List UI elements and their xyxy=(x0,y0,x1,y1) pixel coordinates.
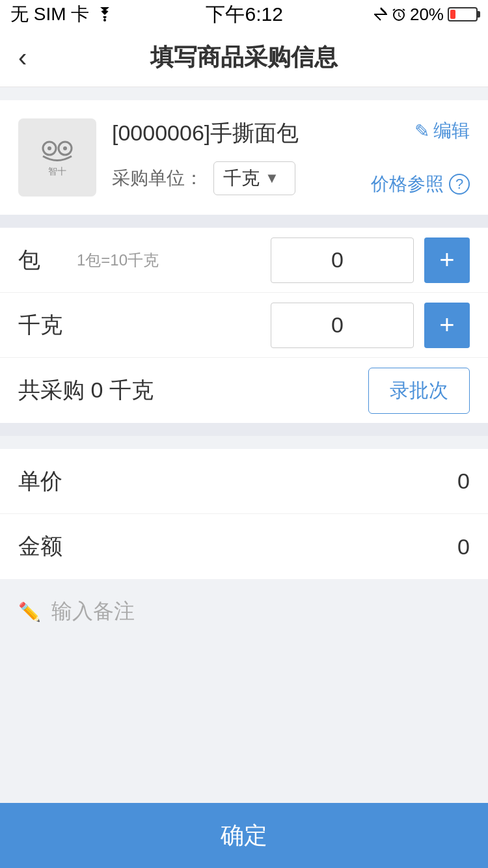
wifi-icon xyxy=(94,7,115,21)
amount-row: 金额 0 xyxy=(0,514,488,579)
edit-icon: ✎ xyxy=(414,120,429,142)
back-button[interactable]: ‹ xyxy=(18,43,27,72)
no-sim-text: 无 SIM 卡 xyxy=(10,2,89,27)
status-left: 无 SIM 卡 xyxy=(10,2,115,27)
total-row: 共采购 0 千克 录批次 xyxy=(0,358,488,423)
edit-label: 编辑 xyxy=(433,118,470,143)
unit-price-row: 单价 0 xyxy=(0,449,488,514)
bag-quantity-input[interactable] xyxy=(271,237,414,283)
alarm-icon xyxy=(392,7,406,21)
section-divider-2 xyxy=(0,423,488,436)
unit-price-label: 单价 xyxy=(18,467,62,496)
svg-text:智十: 智十 xyxy=(48,166,66,176)
info-icon: ? xyxy=(449,174,470,195)
unit-label: 采购单位： xyxy=(112,166,203,191)
unit-price-value: 0 xyxy=(457,468,470,494)
battery-percent: 20% xyxy=(410,5,444,25)
status-right: 20% xyxy=(373,5,478,25)
section-divider-1 xyxy=(0,215,488,228)
status-bar: 无 SIM 卡 下午6:12 20% xyxy=(0,0,488,29)
unit-value: 千克 xyxy=(223,166,260,191)
bag-label: 包 xyxy=(18,245,70,275)
nav-bar: ‹ 填写商品采购信息 xyxy=(0,29,488,87)
bag-input-row: 包 1包=10千克 + xyxy=(0,228,488,293)
product-logo: 智十 xyxy=(31,129,83,186)
chevron-down-icon: ▼ xyxy=(265,170,279,187)
price-section: 单价 0 金额 0 xyxy=(0,449,488,579)
product-card: 智十 [0000006]手撕面包 采购单位： 千克 ▼ ✎ 编辑 价格参照 ? xyxy=(0,100,488,215)
input-section: 包 1包=10千克 + 千克 + xyxy=(0,228,488,358)
svg-point-4 xyxy=(47,146,51,150)
kg-label: 千克 xyxy=(18,310,70,340)
price-reference-button[interactable]: 价格参照 ? xyxy=(371,172,470,197)
kg-plus-button[interactable]: + xyxy=(424,303,470,348)
status-time: 下午6:12 xyxy=(206,1,282,28)
product-image: 智十 xyxy=(18,118,96,197)
bag-sublabel: 1包=10千克 xyxy=(77,250,159,271)
kg-input-row: 千克 + xyxy=(0,293,488,358)
price-ref-label: 价格参照 xyxy=(371,172,444,197)
edit-button[interactable]: ✎ 编辑 xyxy=(414,118,470,143)
kg-input-right: + xyxy=(271,303,470,348)
plus-icon-2: + xyxy=(439,310,454,340)
location-icon xyxy=(373,7,388,21)
page-title: 填写商品采购信息 xyxy=(150,42,338,74)
note-section[interactable]: ✏️ 输入备注 xyxy=(0,579,488,644)
bag-plus-button[interactable]: + xyxy=(424,237,470,283)
battery-icon xyxy=(448,7,478,21)
amount-label: 金额 xyxy=(18,532,62,562)
plus-icon: + xyxy=(439,245,454,275)
unit-select[interactable]: 千克 ▼ xyxy=(213,161,295,195)
batch-button[interactable]: 录批次 xyxy=(368,368,470,414)
bag-input-right: + xyxy=(271,237,470,283)
svg-point-0 xyxy=(103,19,106,21)
confirm-button[interactable]: 确定 xyxy=(0,803,488,868)
total-label: 共采购 0 千克 xyxy=(18,375,154,405)
note-placeholder: 输入备注 xyxy=(51,597,135,626)
empty-space xyxy=(0,644,488,826)
svg-point-5 xyxy=(63,146,67,150)
kg-quantity-input[interactable] xyxy=(271,303,414,348)
pencil-icon: ✏️ xyxy=(18,601,41,623)
amount-value: 0 xyxy=(457,534,470,560)
